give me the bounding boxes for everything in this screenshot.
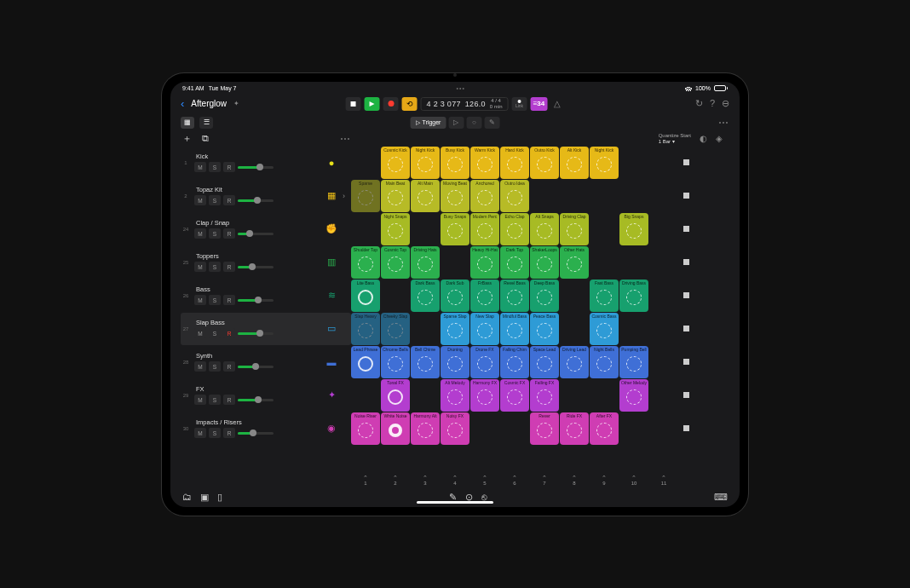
- clip-cell[interactable]: Tonal FX: [381, 379, 410, 412]
- record-enable-button[interactable]: R: [223, 195, 235, 205]
- empty-cell[interactable]: [619, 246, 648, 279]
- empty-cell[interactable]: [500, 412, 529, 445]
- track-icon[interactable]: ▬: [324, 355, 339, 370]
- beat-button[interactable]: ≡34: [530, 97, 547, 111]
- volume-fader[interactable]: [238, 266, 274, 268]
- zoom-icon[interactable]: ◈: [716, 134, 723, 143]
- clip-cell[interactable]: Other Melody: [619, 379, 648, 412]
- history-icon[interactable]: ↻: [695, 98, 703, 109]
- mute-button[interactable]: M: [194, 228, 206, 239]
- empty-cell[interactable]: [649, 412, 678, 445]
- queue-mode-button[interactable]: ▷: [448, 117, 464, 129]
- clip-cell[interactable]: Night Kick: [411, 147, 440, 179]
- clip-cell[interactable]: FrBass: [470, 280, 499, 312]
- record-enable-button[interactable]: R: [223, 395, 235, 405]
- clip-cell[interactable]: Driving Lead: [560, 346, 589, 378]
- clip-cell[interactable]: Shudder Top: [351, 246, 380, 279]
- record-enable-button[interactable]: R: [223, 295, 235, 305]
- empty-cell[interactable]: [441, 246, 469, 279]
- clip-cell[interactable]: Busy Snaps: [441, 213, 469, 245]
- duplicate-button[interactable]: ⧉: [199, 133, 211, 145]
- empty-cell[interactable]: [649, 246, 678, 279]
- empty-cell[interactable]: [649, 180, 678, 212]
- scene-stop-button[interactable]: [679, 246, 693, 279]
- clip-cell[interactable]: Bell Chime: [411, 346, 440, 378]
- mute-button[interactable]: M: [194, 328, 206, 338]
- track-row[interactable]: 26BassMSR≋: [181, 280, 351, 312]
- clip-cell[interactable]: Heavy Hi-Hat: [470, 246, 499, 279]
- track-row[interactable]: 27Slap BassMSR▭: [181, 313, 351, 345]
- clip-cell[interactable]: Rever: [530, 412, 559, 445]
- volume-fader[interactable]: [238, 332, 274, 335]
- volume-fader[interactable]: [238, 166, 274, 169]
- scene-stop-button[interactable]: [679, 180, 693, 212]
- scene-stop-button[interactable]: [679, 346, 693, 378]
- back-chevron-icon[interactable]: ‹: [181, 97, 184, 110]
- clip-cell[interactable]: Dark Sub: [441, 280, 469, 312]
- clip-cell[interactable]: Sparse: [351, 180, 380, 212]
- track-icon[interactable]: ◉: [324, 421, 339, 436]
- track-row[interactable]: 25ToppersMSR▥: [181, 246, 351, 279]
- empty-cell[interactable]: [411, 213, 440, 245]
- clip-cell[interactable]: Busy Kick: [441, 147, 469, 179]
- link-button[interactable]: Link: [511, 97, 527, 111]
- record-enable-button[interactable]: R: [223, 428, 235, 438]
- empty-cell[interactable]: [470, 412, 499, 445]
- empty-cell[interactable]: [619, 147, 648, 179]
- mute-button[interactable]: M: [194, 395, 206, 405]
- clip-cell[interactable]: Cosmic FX: [500, 379, 529, 412]
- clip-cell[interactable]: White Noise: [381, 412, 410, 445]
- play-button[interactable]: [365, 97, 380, 111]
- clip-cell[interactable]: Night Snaps: [381, 213, 410, 245]
- empty-cell[interactable]: [590, 246, 619, 279]
- empty-cell[interactable]: [619, 180, 648, 212]
- scene-launch-button[interactable]: ⌃9: [590, 473, 619, 488]
- browser-icon[interactable]: ▣: [200, 492, 209, 503]
- multitask-dots[interactable]: •••: [457, 85, 465, 91]
- record-enable-button[interactable]: R: [223, 262, 235, 272]
- keyboard-icon[interactable]: ⌨: [714, 492, 728, 503]
- track-icon[interactable]: ✦: [324, 388, 339, 403]
- scene-stop-button[interactable]: [679, 313, 693, 345]
- clip-cell[interactable]: Alt Main: [411, 180, 440, 212]
- empty-cell[interactable]: [649, 346, 678, 378]
- clip-cell[interactable]: Falling Chim: [500, 346, 529, 378]
- track-row[interactable]: 30Impacts / RisersMSR◉: [181, 412, 351, 445]
- clip-cell[interactable]: Moving Beat: [441, 180, 469, 212]
- mute-button[interactable]: M: [194, 428, 206, 438]
- solo-button[interactable]: S: [209, 328, 221, 338]
- clip-cell[interactable]: Echo Clap: [500, 213, 529, 245]
- clip-cell[interactable]: Driving Hats: [411, 246, 440, 279]
- track-icon[interactable]: ✊: [324, 222, 339, 237]
- clip-cell[interactable]: Dark Top: [500, 246, 529, 279]
- volume-fader[interactable]: [238, 366, 274, 368]
- clip-cell[interactable]: Outro Idea: [500, 180, 529, 212]
- empty-cell[interactable]: [411, 379, 440, 412]
- empty-cell[interactable]: [649, 280, 678, 312]
- empty-cell[interactable]: [649, 147, 678, 179]
- clip-cell[interactable]: Night Bells: [590, 346, 619, 378]
- clip-cell[interactable]: Fast Bass: [590, 280, 619, 312]
- solo-button[interactable]: S: [209, 228, 221, 239]
- mute-button[interactable]: M: [194, 195, 206, 205]
- clip-cell[interactable]: ShakerLoops: [530, 246, 559, 279]
- add-track-button[interactable]: ＋: [181, 133, 193, 145]
- clip-cell[interactable]: Cosmic Kick: [381, 147, 410, 179]
- clip-cell[interactable]: Anchored: [470, 180, 499, 212]
- scene-launch-button[interactable]: ⌃2: [381, 473, 410, 488]
- track-icon[interactable]: ▭: [324, 321, 339, 337]
- empty-cell[interactable]: [619, 313, 648, 345]
- clip-cell[interactable]: Big Snaps: [619, 213, 648, 245]
- empty-cell[interactable]: [649, 313, 678, 345]
- empty-cell[interactable]: [381, 280, 410, 312]
- cycle-button[interactable]: [402, 97, 418, 111]
- scene-launch-button[interactable]: ⌃6: [500, 473, 529, 488]
- clip-cell[interactable]: Sparse Slap: [441, 313, 469, 345]
- clip-cell[interactable]: Modern Perc: [470, 213, 499, 245]
- quantize-start-menu[interactable]: Quantize Start 1 Bar ▾: [659, 133, 691, 145]
- volume-fader[interactable]: [238, 399, 274, 401]
- empty-cell[interactable]: [590, 213, 619, 245]
- solo-button[interactable]: S: [209, 162, 221, 172]
- track-row[interactable]: 24Clap / SnapMSR✊: [181, 213, 351, 245]
- settings-icon[interactable]: ⊖: [722, 98, 729, 109]
